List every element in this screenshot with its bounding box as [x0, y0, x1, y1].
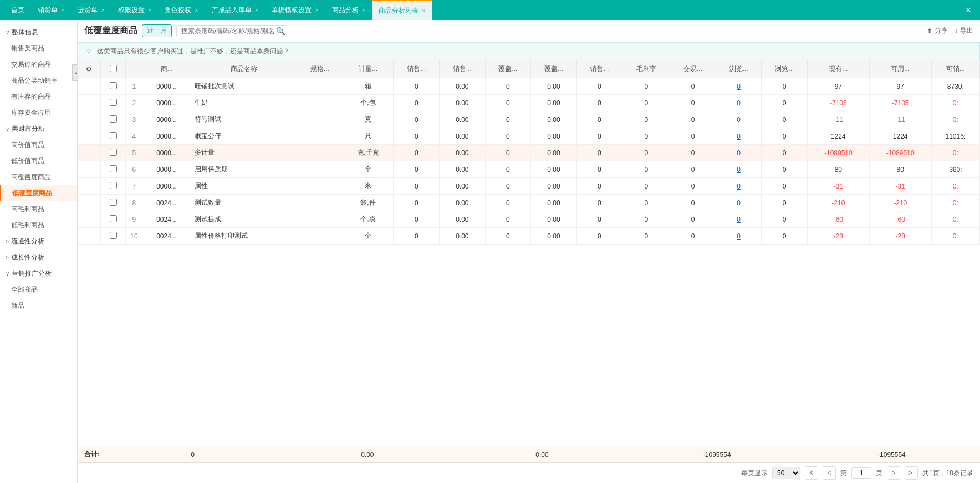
- sidebar-item-new-goods[interactable]: 新品: [0, 298, 77, 314]
- nav-sales-order[interactable]: 销货单 ×: [31, 0, 71, 20]
- nav-product-analysis-list[interactable]: 商品分析列表 ×: [372, 0, 432, 20]
- select-all-checkbox[interactable]: [110, 65, 117, 72]
- search-input[interactable]: [176, 25, 287, 37]
- row-select-checkbox[interactable]: [110, 199, 117, 206]
- row-number: 10: [126, 228, 142, 245]
- row-browse1[interactable]: 0: [716, 211, 762, 228]
- close-icon[interactable]: ×: [255, 7, 258, 13]
- close-icon[interactable]: ×: [315, 7, 318, 13]
- nav-role-auth[interactable]: 角色授权 ×: [158, 0, 205, 20]
- nav-template-settings[interactable]: 单据模板设置 ×: [265, 0, 325, 20]
- row-checkbox[interactable]: [100, 95, 126, 111]
- row-select-checkbox[interactable]: [110, 182, 117, 189]
- filter-period-button[interactable]: 近一月: [142, 24, 172, 37]
- sidebar-section-overall[interactable]: ∨ 整体信息: [0, 24, 77, 40]
- sidebar-item-traded-goods[interactable]: 交易过的商品: [0, 57, 77, 73]
- sidebar-item-low-coverage[interactable]: 低覆盖度商品: [0, 185, 77, 201]
- col-header-name: 商品名称: [191, 60, 297, 78]
- close-icon[interactable]: ×: [148, 7, 151, 13]
- sidebar-item-all-goods[interactable]: 全部商品: [0, 282, 77, 298]
- row-browse1[interactable]: 0: [716, 178, 762, 195]
- row-browse1[interactable]: 0: [716, 78, 762, 95]
- row-select-checkbox[interactable]: [110, 232, 117, 239]
- sidebar-section-liquidity[interactable]: > 流通性分析: [0, 233, 77, 250]
- sidebar-item-high-value[interactable]: 高价值商品: [0, 137, 77, 153]
- row-checkbox[interactable]: [100, 128, 126, 145]
- close-icon[interactable]: ×: [61, 7, 64, 13]
- row-checkbox[interactable]: [100, 228, 126, 245]
- row-browse1[interactable]: 0: [716, 228, 762, 245]
- row-gross: 0: [622, 95, 670, 111]
- close-icon[interactable]: ×: [422, 7, 425, 14]
- info-icon: ☆: [86, 47, 92, 55]
- sidebar-section-marketing[interactable]: ∨ 营销推广分析: [0, 266, 77, 282]
- row-cov2: 0.00: [531, 178, 577, 195]
- row-browse1[interactable]: 0: [716, 111, 762, 128]
- row-sellable: 11016:: [931, 128, 979, 145]
- last-page-button[interactable]: >|: [905, 466, 918, 480]
- row-checkbox[interactable]: [100, 178, 126, 195]
- nav-finished-goods[interactable]: 产成品入库单 ×: [205, 0, 265, 20]
- row-checkbox[interactable]: [100, 78, 126, 95]
- row-select-checkbox[interactable]: [110, 132, 117, 139]
- settings-icon[interactable]: ⚙: [86, 65, 92, 73]
- row-select-checkbox[interactable]: [110, 149, 117, 156]
- sidebar-item-low-margin[interactable]: 低毛利商品: [0, 217, 77, 233]
- next-page-button[interactable]: >: [887, 466, 900, 480]
- close-icon[interactable]: ×: [195, 7, 198, 13]
- row-checkbox[interactable]: [100, 145, 126, 161]
- col-header-browse2: 浏览...: [762, 60, 808, 78]
- row-select-checkbox[interactable]: [110, 165, 117, 172]
- row-browse1[interactable]: 0: [716, 145, 762, 161]
- export-button[interactable]: ↓ 导出: [955, 26, 973, 35]
- sidebar-item-low-value[interactable]: 低价值商品: [0, 153, 77, 169]
- search-button[interactable]: 🔍: [276, 27, 285, 35]
- sidebar-item-stock-capital[interactable]: 库存资金占用: [0, 105, 77, 121]
- row-checkbox[interactable]: [100, 161, 126, 178]
- footer-available: -1095554: [810, 451, 973, 459]
- pagination: 每页显示 50 20 100 200 K < 第 页 > >| 共1页，10条记…: [78, 462, 980, 483]
- row-browse2: 0: [762, 95, 808, 111]
- row-number: 7: [126, 178, 142, 195]
- sidebar-section-wealth[interactable]: ∨ 类财富分析: [0, 121, 77, 137]
- sidebar-section-growth[interactable]: > 成长性分析: [0, 250, 77, 266]
- row-sales-qty: 0: [394, 128, 440, 145]
- checkbox-col-header[interactable]: [100, 60, 126, 78]
- page-number-input[interactable]: [851, 467, 871, 479]
- sidebar-collapse-button[interactable]: «: [72, 64, 78, 81]
- sidebar-item-category-rate[interactable]: 商品分类动销率: [0, 73, 77, 89]
- row-select-checkbox[interactable]: [110, 82, 117, 89]
- row-browse1[interactable]: 0: [716, 195, 762, 211]
- sidebar-item-sales-goods[interactable]: 销售类商品: [0, 40, 77, 57]
- sidebar-item-in-stock[interactable]: 有库存的商品: [0, 89, 77, 105]
- row-sales-amt: 0.00: [440, 78, 486, 95]
- row-select-checkbox[interactable]: [110, 115, 117, 123]
- nav-permissions[interactable]: 权限设置 ×: [111, 0, 158, 20]
- nav-product-analysis[interactable]: 商品分析 ×: [325, 0, 372, 20]
- row-stock1: -210: [807, 195, 869, 211]
- nav-home[interactable]: 首页: [4, 0, 31, 20]
- row-select-checkbox[interactable]: [110, 215, 117, 222]
- row-checkbox[interactable]: [100, 211, 126, 228]
- global-close-button[interactable]: ×: [961, 4, 976, 16]
- sidebar-item-high-margin[interactable]: 高毛利商品: [0, 201, 77, 217]
- close-icon[interactable]: ×: [101, 7, 104, 13]
- prev-page-button[interactable]: <: [823, 466, 836, 480]
- settings-col-header[interactable]: ⚙: [78, 60, 100, 78]
- row-select-checkbox[interactable]: [110, 99, 117, 106]
- row-browse1[interactable]: 0: [716, 161, 762, 178]
- row-cov1: 0: [485, 211, 531, 228]
- sidebar-item-high-coverage[interactable]: 高覆盖度商品: [0, 169, 77, 185]
- nav-purchase-order[interactable]: 进货单 ×: [71, 0, 111, 20]
- per-page-select[interactable]: 50 20 100 200: [772, 467, 800, 479]
- row-sales-days: 0: [576, 161, 622, 178]
- close-icon[interactable]: ×: [362, 7, 365, 13]
- share-button[interactable]: ⬆ 分享: [927, 26, 948, 35]
- first-page-button[interactable]: K: [805, 466, 818, 480]
- row-code: 0024...: [142, 195, 191, 211]
- row-browse1[interactable]: 0: [716, 95, 762, 111]
- row-spec: [297, 161, 343, 178]
- row-checkbox[interactable]: [100, 111, 126, 128]
- row-browse1[interactable]: 0: [716, 128, 762, 145]
- row-checkbox[interactable]: [100, 195, 126, 211]
